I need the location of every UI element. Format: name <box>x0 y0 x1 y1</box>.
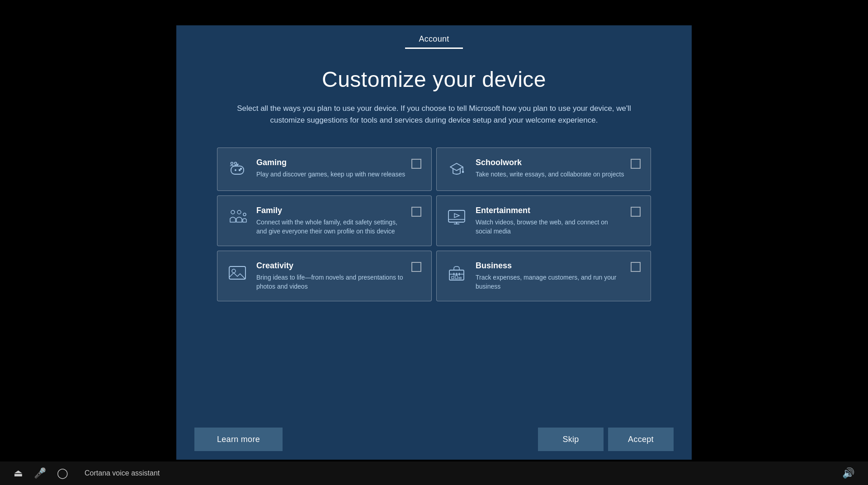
entertainment-icon <box>446 207 467 228</box>
svg-rect-29 <box>459 277 461 279</box>
creativity-card-text: Creativity Bring ideas to life—from nove… <box>256 261 411 291</box>
schoolwork-card[interactable]: Schoolwork Take notes, write essays, and… <box>436 147 651 191</box>
skip-button[interactable]: Skip <box>538 428 604 451</box>
svg-point-14 <box>243 213 246 216</box>
svg-point-7 <box>231 162 233 165</box>
business-checkbox[interactable] <box>631 262 641 272</box>
bottom-bar: Learn more Skip Accept <box>176 419 692 460</box>
learn-more-button[interactable]: Learn more <box>194 428 283 451</box>
family-checkbox[interactable] <box>411 207 421 217</box>
entertainment-checkbox[interactable] <box>631 207 641 217</box>
entertainment-card-desc: Watch videos, browse the web, and connec… <box>476 218 625 236</box>
schoolwork-card-text: Schoolwork Take notes, write essays, and… <box>476 158 631 179</box>
main-content: Customize your device Select all the way… <box>176 49 692 419</box>
schoolwork-card-title: Schoolwork <box>476 158 625 167</box>
taskbar: ⏏ 🎤 ◯ Cortana voice assistant 🔊 <box>0 461 868 485</box>
creativity-card-title: Creativity <box>256 261 406 271</box>
gaming-card-desc: Play and discover games, keep up with ne… <box>256 170 406 179</box>
svg-rect-0 <box>231 166 244 174</box>
taskbar-left: ⏏ 🎤 ◯ Cortana voice assistant <box>14 467 160 479</box>
account-tab[interactable]: Account <box>405 30 462 49</box>
accept-button[interactable]: Accept <box>608 428 674 451</box>
page-description: Select all the ways you plan to use your… <box>231 103 637 126</box>
page-title: Customize your device <box>322 67 546 92</box>
entertainment-card[interactable]: Entertainment Watch videos, browse the w… <box>436 195 651 246</box>
schoolwork-card-desc: Take notes, write essays, and collaborat… <box>476 170 625 179</box>
cortana-label: Cortana voice assistant <box>85 469 160 477</box>
svg-rect-15 <box>448 210 465 222</box>
entertainment-card-title: Entertainment <box>476 206 625 215</box>
gaming-icon <box>226 159 248 181</box>
business-card-title: Business <box>476 261 625 271</box>
family-card-title: Family <box>256 206 406 215</box>
gaming-card[interactable]: Gaming Play and discover games, keep up … <box>217 147 432 191</box>
schoolwork-checkbox[interactable] <box>631 159 641 169</box>
family-card-desc: Connect with the whole family, edit safe… <box>256 218 406 236</box>
gaming-card-title: Gaming <box>256 158 406 167</box>
business-card-text: Business Track expenses, manage customer… <box>476 261 631 291</box>
creativity-card[interactable]: Creativity Bring ideas to life—from nove… <box>217 251 432 301</box>
svg-point-21 <box>232 269 236 273</box>
svg-point-11 <box>462 171 464 173</box>
svg-rect-27 <box>452 276 454 279</box>
creativity-checkbox[interactable] <box>411 262 421 272</box>
cortana-icon[interactable]: ◯ <box>57 467 68 479</box>
family-card[interactable]: Family Connect with the whole family, ed… <box>217 195 432 246</box>
action-buttons: Skip Accept <box>538 428 674 451</box>
svg-point-13 <box>237 210 241 214</box>
entertainment-card-text: Entertainment Watch videos, browse the w… <box>476 206 631 236</box>
schoolwork-icon <box>446 159 467 181</box>
top-nav: Account <box>176 25 692 49</box>
business-card[interactable]: Business Track expenses, manage customer… <box>436 251 651 301</box>
cards-grid: Gaming Play and discover games, keep up … <box>217 147 651 301</box>
microphone-icon[interactable]: 🎤 <box>34 467 46 479</box>
creativity-icon <box>226 262 248 284</box>
svg-point-12 <box>231 210 235 214</box>
gaming-card-text: Gaming Play and discover games, keep up … <box>256 158 411 179</box>
back-icon[interactable]: ⏏ <box>14 467 23 479</box>
business-icon <box>446 262 467 284</box>
svg-point-8 <box>235 162 237 165</box>
business-card-desc: Track expenses, manage customers, and ru… <box>476 273 625 291</box>
setup-window: Account Customize your device Select all… <box>176 25 692 460</box>
svg-marker-9 <box>450 163 463 171</box>
family-icon <box>226 207 248 228</box>
creativity-card-desc: Bring ideas to life—from novels and pres… <box>256 273 406 291</box>
svg-marker-19 <box>454 214 459 218</box>
volume-icon[interactable]: 🔊 <box>842 467 854 479</box>
svg-rect-28 <box>455 276 458 279</box>
svg-point-4 <box>241 168 242 170</box>
svg-rect-20 <box>229 266 245 279</box>
gaming-checkbox[interactable] <box>411 159 421 169</box>
svg-point-3 <box>239 170 241 171</box>
family-card-text: Family Connect with the whole family, ed… <box>256 206 411 236</box>
